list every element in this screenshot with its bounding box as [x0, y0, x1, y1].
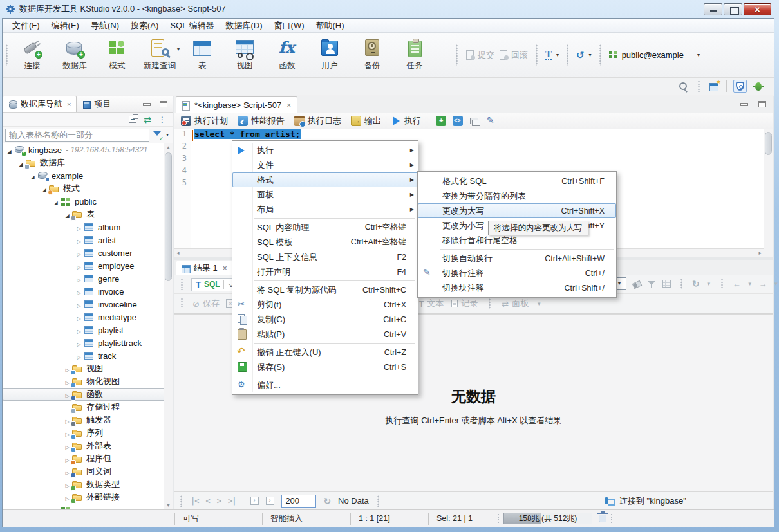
tree-item[interactable]: 表	[3, 208, 173, 221]
tree-item[interactable]: 物化视图	[3, 375, 173, 388]
sql-perspective-button[interactable]	[733, 80, 747, 93]
link-with-editor-icon[interactable]: ⇄	[144, 116, 151, 124]
tree-item[interactable]: example	[3, 169, 173, 182]
scroll-left-icon[interactable]: ◂	[176, 250, 180, 256]
tree-item[interactable]: 序列	[3, 427, 173, 439]
tree-expander-icon[interactable]	[52, 197, 60, 206]
submenu-item[interactable]: 切换块注释 Ctrl+Shift+/	[418, 280, 616, 295]
toolbar-grip[interactable]	[181, 298, 183, 309]
tree-item[interactable]: kingbase - 192.168.45.158:54321	[3, 143, 173, 156]
scroll-right-icon[interactable]: ▸	[758, 250, 762, 256]
toolbar-button[interactable]: 模式 ▾	[96, 38, 138, 71]
tree-item[interactable]: artist	[3, 234, 173, 246]
context-menu-item[interactable]: 保存(S) Ctrl+S	[232, 360, 418, 374]
panel-maximize-icon[interactable]	[160, 101, 167, 107]
menubar-item[interactable]: 帮助(H)	[310, 19, 350, 32]
tree-item[interactable]: 外部表	[3, 439, 173, 452]
page-size-input[interactable]	[281, 495, 316, 508]
tree-item[interactable]: sys	[3, 504, 173, 509]
toolbar-grip[interactable]	[6, 44, 8, 66]
submenu-item[interactable]: 更改为大写 Ctrl+Shift+X	[418, 203, 616, 218]
collapse-all-icon[interactable]	[129, 116, 136, 123]
scroll-down-icon[interactable]: ▼	[164, 502, 173, 508]
tree-item[interactable]: 模式	[3, 182, 173, 195]
panel-maximize-icon[interactable]	[758, 101, 766, 107]
editor-tab[interactable]: *<kingbase> Script-507 ×	[176, 96, 297, 113]
toolbar-button[interactable]: 用户 ▾	[308, 38, 351, 71]
toolbar-grip[interactable]	[181, 279, 183, 290]
tree-item[interactable]: 外部链接	[3, 491, 173, 504]
scrollbar-thumb[interactable]	[165, 152, 172, 281]
editor-action-icon[interactable]	[469, 116, 480, 126]
context-menu-item[interactable]: 粘贴(P) Ctrl+V	[232, 327, 418, 342]
submenu-item[interactable]: 变换为带分隔符的列表	[418, 188, 616, 203]
title-bar[interactable]: 数据库开发工具 KStudio v2.0.0 - <kingbase> Scri…	[0, 0, 779, 18]
toolbar-button[interactable]: 任务 ▾	[393, 38, 436, 71]
tab-close-icon[interactable]: ×	[223, 264, 227, 273]
toolbar-grip[interactable]	[698, 80, 700, 92]
connection-selector[interactable]: public@example	[622, 50, 684, 60]
toolbar-grip[interactable]	[536, 44, 538, 66]
context-menu-item[interactable]: 打开声明 F4	[232, 264, 418, 279]
tree-item[interactable]: 触发器	[3, 414, 173, 427]
tree-item[interactable]: 程序包	[3, 452, 173, 465]
tree-expander-icon[interactable]	[75, 248, 83, 258]
toolbar-grip[interactable]	[680, 279, 682, 289]
toolbar-grip[interactable]	[377, 495, 379, 507]
context-menu-item[interactable]: 复制(C) Ctrl+C	[232, 312, 418, 327]
tab-close-icon[interactable]: ×	[67, 100, 71, 108]
search-icon[interactable]	[679, 82, 688, 91]
toolbar-button[interactable]: 备份 ▾	[351, 38, 393, 71]
tree-item[interactable]: 数据类型	[3, 478, 173, 491]
tree-expander-icon[interactable]	[75, 326, 83, 335]
first-page-icon[interactable]: |<	[191, 497, 198, 506]
context-menu-item[interactable]: 面板	[232, 187, 418, 202]
submenu-item[interactable]: 格式化 SQL Ctrl+Shift+F	[418, 174, 616, 188]
tree-expander-icon[interactable]	[75, 287, 83, 297]
toolbar-button[interactable]: 视图 ▾	[223, 38, 266, 71]
view-menu-icon[interactable]: ⋮	[158, 115, 166, 124]
dropdown-arrow-icon[interactable]: ▾	[697, 52, 700, 58]
context-menu-item[interactable]: SQL 上下文信息 F2	[232, 250, 418, 264]
panel-minimize-icon[interactable]	[740, 103, 748, 106]
tree-item[interactable]: public	[3, 195, 173, 208]
editor-action-icon[interactable]	[453, 116, 463, 126]
tree-expander-icon[interactable]	[75, 274, 83, 284]
editor-toolbar-button[interactable]: 执行计划	[181, 115, 228, 127]
menubar-item[interactable]: 文件(F)	[6, 19, 46, 32]
sidebar-scrollbar[interactable]: ▲ ▼	[164, 143, 173, 509]
toolbar-grip[interactable]	[567, 44, 568, 66]
tree-filter-input[interactable]	[5, 129, 149, 142]
context-menu-item[interactable]: 执行	[232, 143, 418, 158]
editor-vscrollbar[interactable]	[764, 129, 773, 257]
filter-icon[interactable]	[153, 131, 162, 140]
context-menu-item[interactable]: 布局	[232, 202, 418, 217]
dropdown-arrow-icon[interactable]: ▾	[589, 52, 592, 58]
toolbar-grip[interactable]	[489, 298, 491, 309]
tree-item[interactable]: employee	[3, 259, 173, 272]
toolbar-grip[interactable]	[599, 44, 601, 66]
history-icon[interactable]: ↺	[576, 50, 585, 61]
submenu-item[interactable]: 切换行注释 Ctrl+/	[418, 266, 616, 280]
tree-item[interactable]: track	[3, 349, 173, 362]
tab-close-icon[interactable]: ×	[286, 101, 291, 110]
tree-item[interactable]: 视图	[3, 362, 173, 375]
tree-expander-icon[interactable]	[75, 261, 83, 271]
tree-item[interactable]: album	[3, 221, 173, 234]
context-menu-item[interactable]: 文件	[232, 158, 418, 172]
editor-toolbar-button[interactable]: 执行日志	[294, 115, 341, 127]
sidebar-tab[interactable]: 数据库导航 ×	[3, 96, 77, 112]
editor-toolbar-button[interactable]: 执行	[391, 115, 421, 127]
menubar-item[interactable]: SQL 编辑器	[164, 19, 220, 32]
toolbar-button[interactable]: 函数 ▾	[266, 38, 308, 71]
toolbar-grip[interactable]	[456, 44, 458, 66]
panel-minimize-icon[interactable]	[143, 103, 151, 106]
goto-page-icon[interactable]	[250, 497, 259, 505]
menubar-item[interactable]: 搜索(A)	[125, 19, 164, 32]
tree-item[interactable]: invoice	[3, 285, 173, 298]
context-menu-item[interactable]: SQL 模板 Ctrl+Alt+空格键	[232, 235, 418, 250]
dropdown-arrow-icon[interactable]: ▾	[177, 46, 180, 52]
tree-expander-icon[interactable]	[75, 351, 83, 361]
context-menu-item[interactable]: 格式	[232, 172, 418, 187]
context-menu-item[interactable]: 撤销 正在键入(U) Ctrl+Z	[232, 345, 418, 360]
